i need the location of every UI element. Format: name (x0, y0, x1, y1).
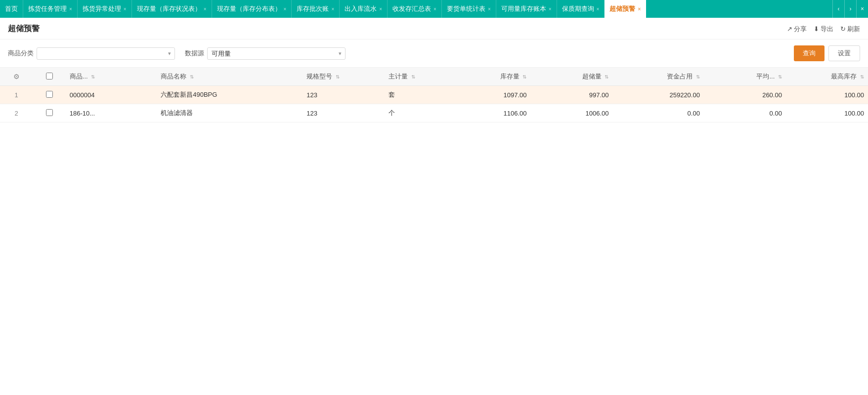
nav-arrows: ‹ › × (832, 0, 868, 18)
col-header-check[interactable] (33, 68, 65, 86)
col-header-code[interactable]: 商品... ⇅ (66, 68, 157, 86)
close-icon[interactable]: × (284, 6, 287, 12)
col-header-over[interactable]: 超储量 ⇅ (530, 68, 612, 86)
row-capital: 259220.00 (612, 86, 703, 104)
col-header-maxstock[interactable]: 最高库存 ⇅ (786, 68, 868, 86)
page-content: 超储预警 ↗ 分享 ⬇ 导出 ↻ 刷新 商品分类 ▾ (0, 18, 868, 395)
close-icon[interactable]: × (331, 6, 334, 12)
row-unit: 套 (385, 86, 448, 104)
tab-avail-stock[interactable]: 可用量库存账本 × (496, 0, 557, 18)
page-title: 超储预警 (8, 24, 40, 34)
tab-stock-status[interactable]: 现存量（库存状况表） × (132, 0, 212, 18)
share-action[interactable]: ↗ 分享 (787, 25, 807, 34)
row-checkbox-cell[interactable] (33, 104, 65, 122)
datasource-select[interactable]: 可用量 库存量 (207, 47, 346, 60)
row-unit: 个 (385, 104, 448, 122)
row-over: 1006.00 (530, 104, 612, 122)
data-table: ⚙ 商品... ⇅ 商品名称 ⇅ 规格型号 ⇅ (0, 68, 868, 122)
col-header-unit[interactable]: 主计量 ⇅ (385, 68, 448, 86)
nav-close-button[interactable]: × (856, 0, 868, 18)
top-nav: 首页 拣货任务管理 × 拣货异常处理 × 现存量（库存状况表） × 现存量（库存… (0, 0, 868, 18)
row-spec: 123 (303, 86, 385, 104)
row-code: 0000004 (66, 86, 157, 104)
datasource-select-wrapper: 可用量 库存量 ▾ (207, 47, 346, 60)
close-icon[interactable]: × (379, 6, 382, 12)
tab-batch[interactable]: 库存批次账 × (292, 0, 340, 18)
sort-icon: ⇅ (190, 74, 194, 79)
header-actions: ↗ 分享 ⬇ 导出 ↻ 刷新 (787, 25, 860, 34)
row-checkbox-cell[interactable] (33, 86, 65, 104)
tab-abnormal[interactable]: 拣货异常处理 × (78, 0, 132, 18)
table-row: 1 0000004 六配套新昌490BPG 123 套 1097.00 997.… (0, 86, 868, 104)
close-icon[interactable]: × (488, 6, 491, 12)
row-index: 2 (0, 104, 33, 122)
refresh-icon: ↻ (840, 25, 846, 33)
table-row: 2 186-10... 机油滤清器 123 个 1106.00 1006.00 … (0, 104, 868, 122)
close-icon[interactable]: × (204, 6, 207, 12)
col-header-avg[interactable]: 平均... ⇅ (704, 68, 786, 86)
export-action[interactable]: ⬇ 导出 (814, 25, 833, 34)
share-icon: ↗ (787, 25, 792, 33)
category-select-wrapper: ▾ (37, 47, 175, 60)
tab-quality[interactable]: 保质期查询 × (557, 0, 605, 18)
close-icon[interactable]: × (124, 6, 127, 12)
select-all-checkbox[interactable] (46, 73, 53, 79)
row-name: 六配套新昌490BPG (157, 86, 303, 104)
tab-inout-flow[interactable]: 出入库流水 × (340, 0, 388, 18)
filter-category: 商品分类 ▾ (8, 47, 175, 60)
close-icon[interactable]: × (597, 6, 600, 12)
col-header-gear[interactable]: ⚙ (0, 68, 33, 86)
row-checkbox[interactable] (46, 91, 53, 98)
row-avg: 0.00 (704, 104, 786, 122)
query-button[interactable]: 查询 (794, 45, 825, 61)
datasource-label: 数据源 (185, 49, 204, 58)
close-icon[interactable]: × (69, 6, 72, 12)
row-index: 1 (0, 86, 33, 104)
gear-icon: ⚙ (13, 73, 20, 80)
filter-actions: 查询 设置 (794, 45, 860, 61)
tab-overstock[interactable]: 超储预警 × (605, 0, 646, 18)
sort-icon: ⇅ (860, 74, 864, 79)
row-name: 机油滤清器 (157, 104, 303, 122)
tab-req-stat[interactable]: 要货单统计表 × (442, 0, 496, 18)
export-icon: ⬇ (814, 25, 819, 33)
sort-icon: ⇅ (696, 74, 700, 79)
sort-icon: ⇅ (411, 74, 415, 79)
close-icon[interactable]: × (434, 6, 436, 12)
nav-next-button[interactable]: › (844, 0, 856, 18)
col-header-name[interactable]: 商品名称 ⇅ (157, 68, 303, 86)
refresh-action[interactable]: ↻ 刷新 (840, 25, 860, 34)
category-select[interactable] (37, 47, 175, 60)
row-checkbox[interactable] (46, 109, 53, 116)
filter-area: 商品分类 ▾ 数据源 可用量 库存量 ▾ 查询 设置 (0, 40, 868, 68)
sort-icon: ⇅ (91, 74, 95, 79)
row-code: 186-10... (66, 104, 157, 122)
col-header-capital[interactable]: 资金占用 ⇅ (612, 68, 703, 86)
tab-home[interactable]: 首页 (0, 0, 23, 18)
sort-icon: ⇅ (605, 74, 608, 79)
col-header-spec[interactable]: 规格型号 ⇅ (303, 68, 385, 86)
tab-stock-dist[interactable]: 现存量（库存分布表） × (212, 0, 292, 18)
row-avg: 260.00 (704, 86, 786, 104)
row-capital: 0.00 (612, 104, 703, 122)
close-icon[interactable]: × (638, 6, 641, 12)
settings-button[interactable]: 设置 (828, 45, 860, 61)
sort-icon: ⇅ (336, 74, 340, 79)
row-spec: 123 (303, 104, 385, 122)
table-wrapper: ⚙ 商品... ⇅ 商品名称 ⇅ 规格型号 ⇅ (0, 68, 868, 122)
col-header-stock[interactable]: 库存量 ⇅ (448, 68, 530, 86)
row-stock: 1097.00 (448, 86, 530, 104)
nav-prev-button[interactable]: ‹ (832, 0, 844, 18)
filter-datasource: 数据源 可用量 库存量 ▾ (185, 47, 346, 60)
tab-task-mgmt[interactable]: 拣货任务管理 × (23, 0, 78, 18)
row-over: 997.00 (530, 86, 612, 104)
sort-icon: ⇅ (522, 74, 526, 79)
sort-icon: ⇅ (778, 74, 782, 79)
row-maxstock: 100.00 (786, 86, 868, 104)
page-header: 超储预警 ↗ 分享 ⬇ 导出 ↻ 刷新 (0, 18, 868, 40)
tab-recv-summary[interactable]: 收发存汇总表 × (388, 0, 442, 18)
close-icon[interactable]: × (549, 6, 552, 12)
row-maxstock: 100.00 (786, 104, 868, 122)
category-label: 商品分类 (8, 49, 34, 58)
row-stock: 1106.00 (448, 104, 530, 122)
